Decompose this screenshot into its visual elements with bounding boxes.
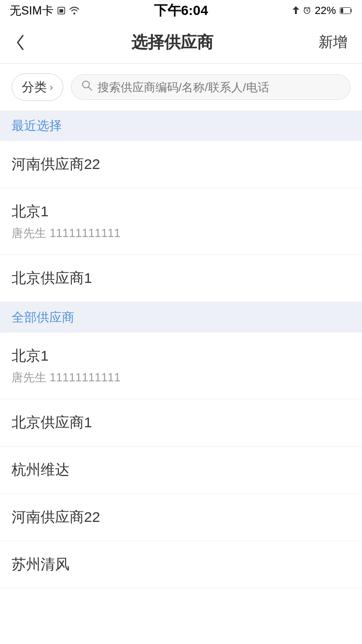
status-bar: 无SIM卡 下午6:04 xyxy=(0,0,362,21)
location-icon xyxy=(292,4,299,17)
sim-icon xyxy=(57,4,65,17)
all-item-1-sub: 唐先生 11111111111 xyxy=(12,370,350,385)
all-item-1[interactable]: 北京1 唐先生 11111111111 xyxy=(0,333,362,399)
recent-section-header: 最近选择 xyxy=(0,111,362,141)
category-button[interactable]: 分类 › xyxy=(12,73,63,101)
svg-rect-6 xyxy=(341,8,343,13)
category-label: 分类 xyxy=(22,79,47,96)
recent-item-2[interactable]: 北京1 唐先生 11111111111 xyxy=(0,188,362,255)
recent-item-2-sub: 唐先生 11111111111 xyxy=(12,225,350,241)
recent-items-list: 河南供应商22 北京1 唐先生 11111111111 北京供应商1 xyxy=(0,141,362,302)
svg-line-8 xyxy=(88,87,92,91)
recent-header-text: 最近选择 xyxy=(12,118,62,133)
search-box xyxy=(71,74,350,100)
svg-line-4 xyxy=(307,11,308,11)
all-item-1-name: 北京1 xyxy=(12,346,350,366)
search-input[interactable] xyxy=(97,81,340,94)
all-item-2-name: 北京供应商1 xyxy=(12,413,350,433)
all-items-list: 北京1 唐先生 11111111111 北京供应商1 杭州维达 河南供应商22 … xyxy=(0,333,362,588)
carrier-text: 无SIM卡 xyxy=(10,3,54,18)
battery-text: 22% xyxy=(315,4,336,17)
add-button[interactable]: 新增 xyxy=(319,32,348,52)
recent-item-2-name: 北京1 xyxy=(12,202,350,222)
svg-rect-1 xyxy=(59,9,63,13)
filter-bar: 分类 › xyxy=(0,64,362,111)
nav-bar: 选择供应商 新增 xyxy=(0,21,362,64)
recent-item-3-name: 北京供应商1 xyxy=(12,268,350,288)
battery-icon xyxy=(340,4,352,17)
back-button[interactable] xyxy=(14,34,26,51)
all-item-3-name: 杭州维达 xyxy=(12,460,350,480)
all-header-text: 全部供应商 xyxy=(12,310,74,324)
all-item-4-name: 河南供应商22 xyxy=(12,507,350,527)
recent-item-1[interactable]: 河南供应商22 xyxy=(0,141,362,188)
search-icon xyxy=(81,80,93,95)
recent-item-1-name: 河南供应商22 xyxy=(12,154,350,174)
all-section-header: 全部供应商 xyxy=(0,302,362,333)
page-title: 选择供应商 xyxy=(131,31,213,54)
status-left: 无SIM卡 xyxy=(10,3,80,18)
all-item-4[interactable]: 河南供应商22 xyxy=(0,494,362,541)
status-time: 下午6:04 xyxy=(154,1,208,20)
recent-item-3[interactable]: 北京供应商1 xyxy=(0,255,362,302)
all-item-5-name: 苏州清风 xyxy=(12,555,350,574)
all-item-5[interactable]: 苏州清风 xyxy=(0,541,362,588)
alarm-icon xyxy=(303,4,311,17)
all-item-2[interactable]: 北京供应商1 xyxy=(0,399,362,447)
wifi-icon xyxy=(69,4,80,17)
chevron-icon: › xyxy=(50,82,53,93)
status-right: 22% xyxy=(292,4,352,17)
all-item-3[interactable]: 杭州维达 xyxy=(0,447,362,494)
